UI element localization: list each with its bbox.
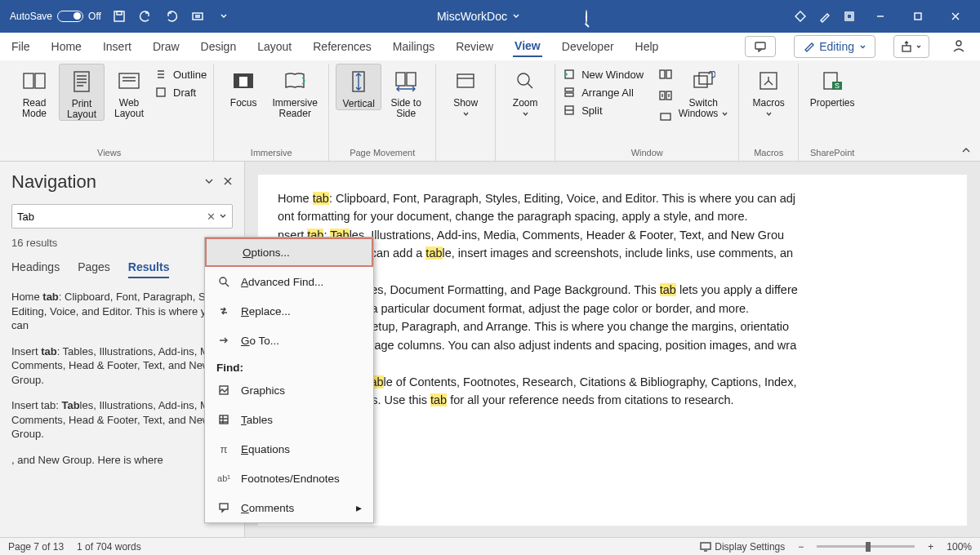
nav-result-item[interactable]: Insert tab: Tables, Illustrations, Add-i… <box>11 398 233 442</box>
nav-search-input[interactable]: ✕ <box>11 204 233 229</box>
tab-view[interactable]: View <box>513 36 542 57</box>
tab-layout[interactable]: Layout <box>256 37 293 56</box>
svg-rect-7 <box>902 46 911 51</box>
properties-button[interactable]: S Properties <box>805 64 859 109</box>
zoom-slider[interactable] <box>817 545 915 548</box>
menu-find-graphics[interactable]: Graphics <box>205 375 373 405</box>
menu-options[interactable]: Options... <box>205 238 373 267</box>
arrange-all-icon <box>562 85 577 100</box>
tab-review[interactable]: Review <box>454 37 495 56</box>
tab-home[interactable]: Home <box>50 37 83 56</box>
vertical-button[interactable]: Vertical <box>336 64 381 110</box>
print-layout-button[interactable]: Print Layout <box>59 64 105 121</box>
brush-icon[interactable] <box>813 5 836 28</box>
svg-rect-18 <box>407 73 416 86</box>
goto-icon <box>216 333 231 348</box>
tab-file[interactable]: File <box>10 37 32 56</box>
search-field[interactable] <box>17 211 203 223</box>
nav-result-item[interactable]: Home tab: Clipboard, Font, Paragraph, St… <box>11 290 233 333</box>
autosave-toggle[interactable]: AutoSave Off <box>7 11 105 22</box>
svg-rect-1 <box>117 11 122 15</box>
tab-mailings[interactable]: Mailings <box>391 37 436 56</box>
menu-find-footnotes[interactable]: ab¹ Footnotes/Endnotes <box>205 464 373 493</box>
minimize-button[interactable] <box>862 5 898 28</box>
zoom-in-button[interactable]: + <box>928 541 933 553</box>
side-to-side-button[interactable]: Side to Side <box>383 64 429 119</box>
menu-replace[interactable]: Replace... <box>205 296 373 326</box>
zoom-icon <box>511 67 539 95</box>
chevron-down-icon[interactable] <box>203 175 215 189</box>
focus-icon <box>229 67 257 95</box>
draft-button[interactable]: Draft <box>154 85 207 100</box>
share-button[interactable] <box>893 35 929 58</box>
zoom-button[interactable]: Zoom <box>502 64 548 119</box>
outline-button[interactable]: Outline <box>154 67 207 82</box>
group-window: New Window Arrange All Split Switch Wind… <box>555 64 739 161</box>
nav-tab-results[interactable]: Results <box>128 260 170 278</box>
document-title[interactable]: MiscWorkDoc <box>437 10 520 23</box>
search-dropdown-icon[interactable] <box>219 211 227 223</box>
new-window-icon <box>562 67 577 82</box>
nav-tab-headings[interactable]: Headings <box>11 260 60 278</box>
view-side-by-side-icon[interactable] <box>658 67 673 82</box>
focus-button[interactable]: Focus <box>220 64 266 109</box>
tab-help[interactable]: Help <box>634 37 661 56</box>
menu-find-comments[interactable]: Comments ▸ <box>205 493 373 522</box>
show-button[interactable]: Show <box>443 64 488 119</box>
read-mode-button[interactable]: Read Mode <box>11 64 57 119</box>
group-label: Immersive <box>220 146 322 161</box>
svg-rect-39 <box>220 504 228 509</box>
clear-search-icon[interactable]: ✕ <box>203 211 219 223</box>
web-layout-button[interactable]: Web Layout <box>106 64 152 119</box>
zoom-out-button[interactable]: − <box>798 541 804 553</box>
navigation-title: Navigation <box>11 171 96 193</box>
tab-design[interactable]: Design <box>199 37 238 56</box>
overflow-icon[interactable] <box>212 5 235 28</box>
status-words[interactable]: 1 of 704 words <box>77 541 141 553</box>
window-control-icon[interactable] <box>838 5 861 28</box>
arrange-all-button[interactable]: Arrange All <box>562 85 652 100</box>
save-icon[interactable] <box>108 5 131 28</box>
title-bar: AutoSave Off MiscWorkDoc <box>0 0 980 33</box>
nav-result-item[interactable]: Insert tab: Tables, Illustrations, Add-i… <box>11 344 233 388</box>
tab-developer[interactable]: Developer <box>560 37 616 56</box>
immersive-reader-button[interactable]: Immersive Reader <box>268 64 322 119</box>
collapse-ribbon-icon[interactable] <box>960 144 972 158</box>
diamond-icon[interactable] <box>789 5 812 28</box>
zoom-level[interactable]: 100% <box>947 541 972 553</box>
tab-draw[interactable]: Draw <box>151 37 181 56</box>
svg-point-8 <box>956 41 961 46</box>
quick-access-dropdown-icon[interactable] <box>186 5 209 28</box>
switch-windows-button[interactable]: Switch Windows <box>675 64 732 119</box>
close-button[interactable] <box>938 5 973 28</box>
submenu-arrow-icon: ▸ <box>356 501 362 514</box>
nav-tab-pages[interactable]: Pages <box>78 260 110 278</box>
macros-button[interactable]: Macros <box>746 64 791 119</box>
properties-icon: S <box>818 67 846 95</box>
menu-advanced-find[interactable]: Advanced Find... <box>205 267 373 296</box>
nav-sub-tabs: Headings Pages Results <box>11 260 233 278</box>
undo-icon[interactable] <box>134 5 157 28</box>
menu-find-tables[interactable]: Tables <box>205 405 373 434</box>
reset-window-icon[interactable] <box>658 109 673 124</box>
sync-scroll-icon[interactable] <box>658 88 673 103</box>
immersive-reader-icon <box>281 67 309 95</box>
new-window-button[interactable]: New Window <box>562 67 652 82</box>
menu-find-equations[interactable]: π Equations <box>205 434 373 464</box>
account-icon[interactable] <box>947 38 970 56</box>
editing-mode-button[interactable]: Editing <box>794 35 875 58</box>
split-button[interactable]: Split <box>562 103 652 118</box>
svg-rect-11 <box>74 72 89 91</box>
nav-result-item[interactable]: , and New Group. Here is where <box>11 453 233 468</box>
tab-insert[interactable]: Insert <box>101 37 133 56</box>
close-pane-icon[interactable] <box>223 175 233 189</box>
tab-references[interactable]: References <box>311 37 373 56</box>
menu-goto[interactable]: Go To... <box>205 326 373 355</box>
status-page[interactable]: Page 7 of 13 <box>8 541 64 553</box>
search-icon[interactable] <box>586 11 587 23</box>
comments-button[interactable] <box>745 36 776 57</box>
redo-icon[interactable] <box>160 5 183 28</box>
maximize-button[interactable] <box>900 5 936 28</box>
side-to-side-icon <box>392 67 420 95</box>
display-settings-button[interactable]: Display Settings <box>700 541 785 553</box>
